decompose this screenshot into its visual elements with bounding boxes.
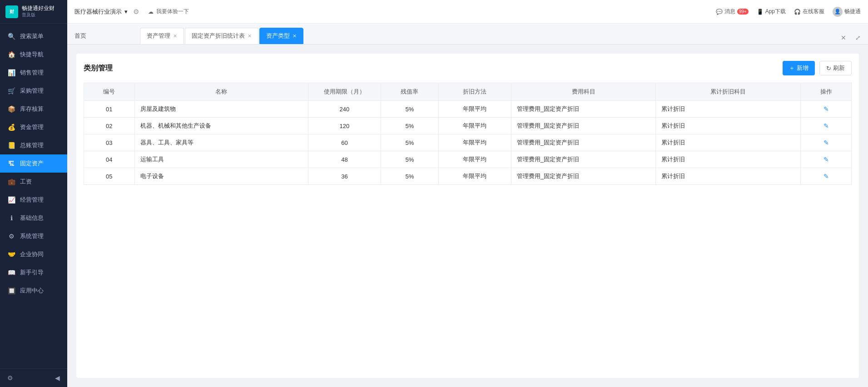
add-button-label: 新增 <box>797 64 808 72</box>
sidebar-item-operations[interactable]: 📈 经营管理 <box>0 191 67 209</box>
cell-residual-3: 5% <box>381 151 439 168</box>
cell-period-1: 120 <box>308 118 381 134</box>
app-title: 畅捷通好业财 <box>22 5 55 12</box>
cell-accum-0: 累计折旧 <box>656 101 801 118</box>
edit-icon-4[interactable]: ✎ <box>823 173 829 180</box>
headset-icon: 🎧 <box>794 9 801 15</box>
sidebar-item-quick-nav[interactable]: 🏠 快捷导航 <box>0 45 67 64</box>
sidebar-item-capital[interactable]: 💰 资金管理 <box>0 118 67 136</box>
cell-residual-4: 5% <box>381 168 439 185</box>
tab-depreciation-stat[interactable]: 固定资产折旧统计表 ✕ <box>185 28 258 44</box>
cell-no-1: 02 <box>84 118 135 134</box>
table-header: 编号 名称 使用期限（月） 残值率 折旧方法 费用科目 累计折旧科目 操作 <box>84 83 852 101</box>
mobile-icon: 📱 <box>757 9 764 15</box>
sidebar-item-search[interactable]: 🔍 搜索菜单 <box>0 27 67 45</box>
page-header-actions: ＋ 新增 ↻ 刷新 <box>783 61 852 75</box>
cell-method-2: 年限平均 <box>439 134 511 151</box>
user-avatar: 👤 <box>833 7 843 17</box>
sidebar-item-guide[interactable]: 📖 新手引导 <box>0 263 67 282</box>
edit-icon-0[interactable]: ✎ <box>823 105 829 113</box>
table-row: 05 电子设备 36 5% 年限平均 管理费用_固定资产折旧 累计折旧 ✎ <box>84 168 852 185</box>
app-center-icon: 🔲 <box>7 287 15 295</box>
tab-asset-mgmt-label: 资产管理 <box>147 32 170 40</box>
sidebar-item-fixed-assets[interactable]: 🏗 固定资产 <box>0 154 67 173</box>
tabs-bar: 首页 资产管理 ✕ 固定资产折旧统计表 ✕ 资产类型 ✕ ✕ ⤢ <box>67 24 868 45</box>
sidebar-item-sales[interactable]: 📊 销售管理 <box>0 64 67 82</box>
col-header-action: 操作 <box>801 83 852 101</box>
message-badge: 99+ <box>737 9 749 15</box>
cell-period-4: 36 <box>308 168 381 185</box>
topbar-gear-icon[interactable]: ⚙ <box>133 8 139 16</box>
tab-asset-type[interactable]: 资产类型 ✕ <box>259 28 303 44</box>
tab-depreciation-stat-close[interactable]: ✕ <box>248 33 252 39</box>
cell-expense-1: 管理费用_固定资产折旧 <box>511 118 656 134</box>
sales-icon: 📊 <box>7 69 15 77</box>
tab-asset-type-label: 资产类型 <box>266 32 290 40</box>
cell-name-2: 器具、工具、家具等 <box>134 134 308 151</box>
sidebar-item-app-center[interactable]: 🔲 应用中心 <box>0 282 67 300</box>
sidebar-item-ledger[interactable]: 📒 总账管理 <box>0 136 67 154</box>
table-row: 03 器具、工具、家具等 60 5% 年限平均 管理费用_固定资产折旧 累计折旧… <box>84 134 852 151</box>
sidebar-item-enterprise[interactable]: 🤝 企业协同 <box>0 245 67 263</box>
sidebar-item-label-inventory: 库存核算 <box>20 105 44 113</box>
online-service-btn[interactable]: 🎧 在线客服 <box>794 8 824 15</box>
purchase-icon: 🛒 <box>7 87 15 95</box>
tab-expand-btn[interactable]: ⤢ <box>852 31 864 44</box>
tab-home[interactable]: 首页 <box>67 28 94 44</box>
sidebar-item-payroll[interactable]: 💼 工资 <box>0 173 67 191</box>
sidebar-item-label-guide: 新手引导 <box>20 268 44 277</box>
sidebar-item-basic-info[interactable]: ℹ 基础信息 <box>0 209 67 227</box>
table-row: 02 机器、机械和其他生产设备 120 5% 年限平均 管理费用_固定资产折旧 … <box>84 118 852 134</box>
tab-close-btn[interactable]: ✕ <box>837 31 850 44</box>
cell-period-3: 48 <box>308 151 381 168</box>
cell-period-2: 60 <box>308 134 381 151</box>
settings-icon[interactable]: ⚙ <box>7 374 13 382</box>
tab-asset-mgmt[interactable]: 资产管理 ✕ <box>140 28 184 44</box>
inventory-icon: 📦 <box>7 105 15 113</box>
cell-method-4: 年限平均 <box>439 168 511 185</box>
sidebar-item-label-search: 搜索菜单 <box>20 32 44 40</box>
user-btn[interactable]: 👤 畅捷通 <box>833 7 861 17</box>
app-download-label: App下载 <box>765 8 786 15</box>
cell-expense-2: 管理费用_固定资产折旧 <box>511 134 656 151</box>
refresh-button[interactable]: ↻ 刷新 <box>819 61 852 75</box>
col-header-name: 名称 <box>134 83 308 101</box>
topbar-try-btn[interactable]: ☁ 我要体验一下 <box>148 8 189 15</box>
project-selector[interactable]: 医疗器械行业演示 ▾ <box>74 8 128 16</box>
table-header-row: 编号 名称 使用期限（月） 残值率 折旧方法 费用科目 累计折旧科目 操作 <box>84 83 852 101</box>
sidebar-item-label-ledger: 总账管理 <box>20 141 44 149</box>
topbar-right: 💬 消息 99+ 📱 App下载 🎧 在线客服 👤 畅捷通 <box>716 7 861 17</box>
sidebar-item-label-sales: 销售管理 <box>20 69 44 77</box>
sidebar-nav: 🔍 搜索菜单 🏠 快捷导航 📊 销售管理 🛒 采购管理 📦 库存核算 💰 资金管… <box>0 24 67 368</box>
app-logo: 财 <box>5 5 18 18</box>
collapse-icon[interactable]: ◀ <box>55 374 60 382</box>
tab-asset-mgmt-close[interactable]: ✕ <box>173 33 177 39</box>
cloud-icon: ☁ <box>148 9 154 15</box>
cell-accum-2: 累计折旧 <box>656 134 801 151</box>
edit-icon-1[interactable]: ✎ <box>823 122 829 129</box>
project-name: 医疗器械行业演示 <box>74 8 122 16</box>
app-download-btn[interactable]: 📱 App下载 <box>757 8 786 15</box>
col-header-period: 使用期限（月） <box>308 83 381 101</box>
sidebar-item-label-capital: 资金管理 <box>20 123 44 131</box>
sidebar-item-purchase[interactable]: 🛒 采购管理 <box>0 82 67 100</box>
edit-icon-3[interactable]: ✎ <box>823 156 829 163</box>
add-button[interactable]: ＋ 新增 <box>783 61 815 75</box>
page-header: 类别管理 ＋ 新增 ↻ 刷新 <box>84 61 852 75</box>
table-row: 01 房屋及建筑物 240 5% 年限平均 管理费用_固定资产折旧 累计折旧 ✎ <box>84 101 852 118</box>
tabs-right-btns: ✕ ⤢ <box>837 31 868 44</box>
cell-action-4: ✎ <box>801 168 852 185</box>
refresh-icon: ↻ <box>826 65 831 72</box>
sidebar-item-inventory[interactable]: 📦 库存核算 <box>0 100 67 118</box>
content-area: 类别管理 ＋ 新增 ↻ 刷新 编号 名称 <box>67 45 868 387</box>
message-icon: 💬 <box>716 9 723 15</box>
edit-icon-2[interactable]: ✎ <box>823 139 829 146</box>
sidebar-item-system[interactable]: ⚙ 系统管理 <box>0 227 67 245</box>
tab-asset-type-close[interactable]: ✕ <box>293 33 297 39</box>
cell-action-0: ✎ <box>801 101 852 118</box>
sidebar-item-label-quick-nav: 快捷导航 <box>20 50 44 59</box>
ledger-icon: 📒 <box>7 141 15 149</box>
category-table: 编号 名称 使用期限（月） 残值率 折旧方法 费用科目 累计折旧科目 操作 01… <box>84 83 852 185</box>
app-version: 普及版 <box>22 12 55 18</box>
message-btn[interactable]: 💬 消息 99+ <box>716 8 749 15</box>
